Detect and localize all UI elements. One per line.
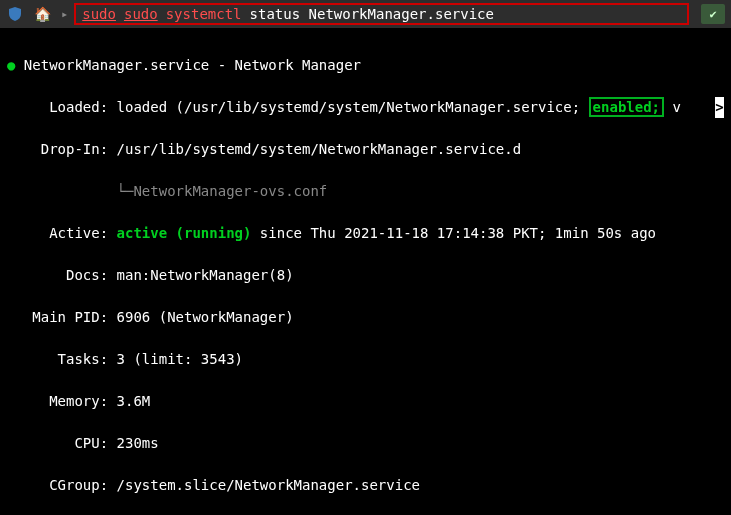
docs-value: man:NetworkManager(8) (117, 267, 294, 283)
cpu-value: 230ms (117, 435, 159, 451)
loaded-value: loaded (/usr/lib/systemd/system/NetworkM… (117, 99, 589, 115)
docs-label: Docs: (7, 267, 117, 283)
tasks-label: Tasks: (7, 351, 117, 367)
dropin-label: Drop-In: (7, 141, 117, 157)
active-since: since Thu 2021-11-18 17:14:38 PKT; 1min … (251, 225, 656, 241)
pid-label: Main PID: (7, 309, 117, 325)
chevron-right-icon: ▸ (61, 7, 68, 21)
shield-icon (6, 5, 24, 23)
status-bullet-icon: ● (7, 55, 24, 76)
dropin-value: /usr/lib/systemd/system/NetworkManager.s… (117, 141, 522, 157)
cmd-sudo2: sudo (124, 6, 158, 22)
memory-value: 3.6M (117, 393, 151, 409)
enabled-badge: enabled; (589, 97, 664, 117)
confirm-button[interactable]: ✔ (701, 4, 725, 24)
cgroup-label: CGroup: (7, 477, 117, 493)
cgroup-value: /system.slice/NetworkManager.service (117, 477, 420, 493)
loaded-label: Loaded: (7, 99, 117, 115)
service-line: NetworkManager.service - Network Manager (24, 55, 361, 76)
titlebar: 🏠 ▸ sudo sudo systemctl status NetworkMa… (0, 0, 731, 28)
tasks-value: 3 (limit: 3543) (117, 351, 243, 367)
active-label: Active: (7, 225, 117, 241)
active-value: active (running) (117, 225, 252, 241)
terminal-output: ● NetworkManager.service - Network Manag… (0, 28, 731, 515)
cpu-label: CPU: (7, 435, 117, 451)
home-icon[interactable]: 🏠 (30, 6, 55, 22)
dropin-conf: └─NetworkManager-ovs.conf (7, 183, 327, 199)
cmd-sudo1: sudo (82, 6, 116, 22)
memory-label: Memory: (7, 393, 117, 409)
command-input[interactable]: sudo sudo systemctl status NetworkManage… (74, 3, 689, 25)
truncate-arrow-icon: > (715, 97, 724, 118)
loaded-tail: v (664, 99, 681, 115)
pid-value: 6906 (NetworkManager) (117, 309, 294, 325)
cmd-rest: status NetworkManager.service (250, 6, 494, 22)
cmd-systemctl: systemctl (166, 6, 242, 22)
